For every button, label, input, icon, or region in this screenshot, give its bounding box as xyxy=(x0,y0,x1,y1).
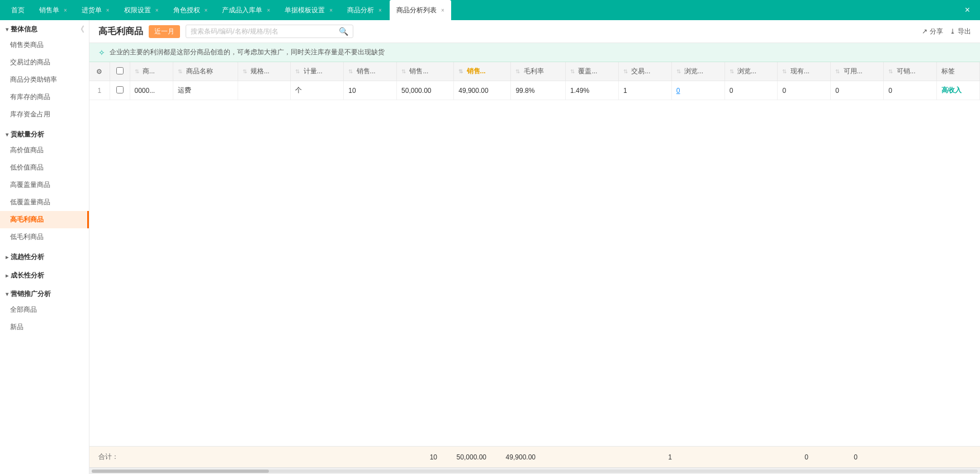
info-icon: ✧ xyxy=(98,48,105,57)
row-browse1[interactable]: 0 xyxy=(671,81,725,100)
sort-icon-3: ⇅ xyxy=(243,68,247,74)
close-analysis-list-tab[interactable]: × xyxy=(441,7,444,13)
sidebar-item-all-products[interactable]: 全部商品 xyxy=(0,301,89,318)
row-browse2: 0 xyxy=(725,81,778,100)
sidebar-item-low-margin[interactable]: 低毛利商品 xyxy=(0,228,89,246)
nav-home[interactable]: 首页 xyxy=(4,0,31,20)
chevron-right-icon: ▸ xyxy=(6,254,8,260)
sort-icon-10: ⇅ xyxy=(623,68,628,74)
col-browse1[interactable]: ⇅ 浏览... xyxy=(671,62,725,81)
close-template-tab[interactable]: × xyxy=(329,7,333,13)
col-transactions[interactable]: ⇅ 交易... xyxy=(618,62,671,81)
main-layout: 《 ▾ 整体信息 销售类商品 交易过的商品 商品分类助销率 有库存的商品 库存资… xyxy=(0,20,980,474)
nav-role-auth[interactable]: 角色授权 × xyxy=(167,0,215,20)
col-tag[interactable]: 标签 xyxy=(937,62,980,81)
nav-product-analysis-list[interactable]: 商品分析列表 × xyxy=(390,0,451,20)
nav-purchase[interactable]: 进货单 × xyxy=(75,0,116,20)
col-gross-rate[interactable]: ⇅ 毛利率 xyxy=(511,62,566,81)
table-container: ⚙ ⇅ 商... ⇅ 商品名称 xyxy=(89,62,980,446)
col-current[interactable]: ⇅ 现有... xyxy=(778,62,831,81)
chevron-down-icon-3: ▾ xyxy=(6,291,8,297)
sidebar-item-high-margin[interactable]: 高毛利商品 xyxy=(0,211,89,228)
export-button[interactable]: ⤓ 导出 xyxy=(950,27,971,36)
footer-sales3: 49,900.00 xyxy=(495,453,540,461)
sidebar-group-growth: ▸ 成长性分析 xyxy=(0,266,89,283)
sidebar-item-sales-products[interactable]: 销售类商品 xyxy=(0,36,89,54)
search-box: 🔍 xyxy=(186,25,353,38)
notice-bar: ✧ 企业的主要的利润都是这部分商品创造的，可考虑加大推广，同时关注库存量是不要出… xyxy=(89,43,980,62)
page-title: 高毛利商品 xyxy=(98,26,143,37)
col-sales2[interactable]: ⇅ 销售... xyxy=(397,62,454,81)
table-row: 1 0000... 运费 个 10 50,000.00 49,900.00 99… xyxy=(89,81,980,100)
col-code[interactable]: ⇅ 商... xyxy=(130,62,173,81)
col-spec[interactable]: ⇅ 规格... xyxy=(238,62,291,81)
sort-icon: ⇅ xyxy=(135,68,139,74)
close-analysis-tab[interactable]: × xyxy=(378,7,382,13)
nav-sales[interactable]: 销售单 × xyxy=(32,0,74,20)
sidebar-item-category-sales-rate[interactable]: 商品分类助销率 xyxy=(0,71,89,88)
sidebar-item-low-value[interactable]: 低价值商品 xyxy=(0,159,89,176)
sort-icon-6: ⇅ xyxy=(401,68,406,74)
sidebar-item-high-coverage[interactable]: 高覆盖量商品 xyxy=(0,176,89,194)
nav-product-inbound[interactable]: 产成品入库单 × xyxy=(215,0,277,20)
sort-icon-2: ⇅ xyxy=(178,68,182,74)
footer-current: 0 xyxy=(768,453,813,461)
content-area: 高毛利商品 近一月 🔍 ↗ 分享 ⤓ 导出 ✧ 企业的主要的利润都是这部分商品创… xyxy=(89,20,980,474)
sort-icon-12: ⇅ xyxy=(730,68,734,74)
col-unit[interactable]: ⇅ 计量... xyxy=(291,62,344,81)
sidebar-item-low-coverage[interactable]: 低覆盖量商品 xyxy=(0,194,89,211)
sidebar-item-high-value[interactable]: 高价值商品 xyxy=(0,142,89,159)
close-permission-tab[interactable]: × xyxy=(155,7,159,13)
close-sales-tab[interactable]: × xyxy=(64,7,67,13)
search-icon[interactable]: 🔍 xyxy=(339,27,348,36)
col-coverage[interactable]: ⇅ 覆盖... xyxy=(566,62,619,81)
row-current: 0 xyxy=(778,81,831,100)
select-all-checkbox[interactable] xyxy=(116,67,124,74)
sidebar-item-new-products[interactable]: 新品 xyxy=(0,318,89,336)
notice-text: 企业的主要的利润都是这部分商品创造的，可考虑加大推广，同时关注库存量是不要出现缺… xyxy=(110,48,385,57)
footer-transactions: 1 xyxy=(632,453,676,461)
col-settings[interactable]: ⚙ xyxy=(89,62,110,81)
row-checkbox[interactable] xyxy=(110,81,130,100)
window-close-button[interactable]: × xyxy=(959,5,976,15)
close-role-tab[interactable]: × xyxy=(205,7,208,13)
sidebar-section-overall[interactable]: ▾ 整体信息 xyxy=(0,20,89,36)
sidebar-collapse-button[interactable]: 《 xyxy=(77,25,84,35)
footer-sales1: 10 xyxy=(397,453,442,461)
filter-recent-month-button[interactable]: 近一月 xyxy=(149,25,180,38)
sidebar-section-contribution[interactable]: ▾ 贡献量分析 xyxy=(0,125,89,142)
col-browse2[interactable]: ⇅ 浏览... xyxy=(725,62,778,81)
nav-product-analysis[interactable]: 商品分析 × xyxy=(340,0,389,20)
col-checkbox[interactable] xyxy=(110,62,130,81)
sidebar-section-growth[interactable]: ▸ 成长性分析 xyxy=(0,266,89,283)
sort-icon-13: ⇅ xyxy=(782,68,787,74)
sidebar-group-marketing: ▾ 营销推广分析 全部商品 新品 xyxy=(0,285,89,336)
row-spec xyxy=(238,81,291,100)
nav-permission-settings[interactable]: 权限设置 × xyxy=(117,0,165,20)
sidebar-item-traded-products[interactable]: 交易过的商品 xyxy=(0,54,89,71)
nav-template-settings[interactable]: 单据模板设置 × xyxy=(278,0,339,20)
col-product-name[interactable]: ⇅ 商品名称 xyxy=(173,62,238,81)
sidebar-group-trend: ▸ 流趋性分析 xyxy=(0,248,89,264)
content-header: 高毛利商品 近一月 🔍 ↗ 分享 ⤓ 导出 xyxy=(89,20,980,43)
close-purchase-tab[interactable]: × xyxy=(106,7,110,13)
row-product-name: 运费 xyxy=(173,81,238,100)
sidebar-item-in-stock-products[interactable]: 有库存的商品 xyxy=(0,88,89,106)
row-unit: 个 xyxy=(291,81,344,100)
col-available[interactable]: ⇅ 可用... xyxy=(831,62,884,81)
sidebar-item-inventory-capital[interactable]: 库存资金占用 xyxy=(0,106,89,123)
col-sales3[interactable]: ⇅ 销售... xyxy=(454,62,511,81)
scroll-thumb xyxy=(92,470,269,473)
row-num: 1 xyxy=(89,81,110,100)
row-available: 0 xyxy=(831,81,884,100)
sidebar-section-trend[interactable]: ▸ 流趋性分析 xyxy=(0,248,89,264)
footer-available: 0 xyxy=(817,453,862,461)
row-sales3: 49,900.00 xyxy=(454,81,511,100)
col-sellable[interactable]: ⇅ 可销... xyxy=(884,62,937,81)
col-sales1[interactable]: ⇅ 销售... xyxy=(344,62,397,81)
share-button[interactable]: ↗ 分享 xyxy=(922,27,943,36)
close-inbound-tab[interactable]: × xyxy=(267,7,270,13)
sidebar-section-marketing[interactable]: ▾ 营销推广分析 xyxy=(0,285,89,301)
search-input[interactable] xyxy=(191,27,335,35)
horizontal-scrollbar[interactable] xyxy=(89,467,980,474)
